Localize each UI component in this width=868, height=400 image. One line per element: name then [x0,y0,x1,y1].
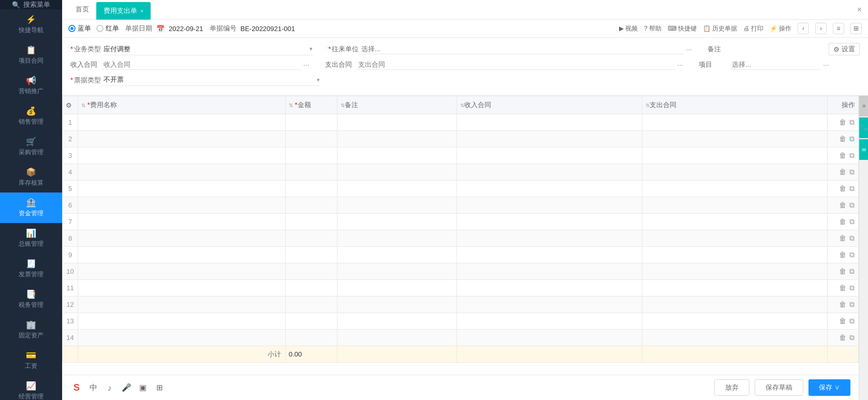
delete-btn[interactable]: 🗑 [837,284,848,292]
radio-blue[interactable]: 蓝单 [68,24,91,33]
income-contract-input[interactable] [101,60,301,70]
copy-btn[interactable]: ⧉ [848,317,856,325]
sidebar-item-payroll[interactable]: 💳 工资 [0,345,62,376]
copy-btn[interactable]: ⧉ [848,184,856,192]
copy-btn[interactable]: ⧉ [848,217,856,226]
expense-name-cell[interactable] [78,147,286,164]
view-list-btn[interactable]: ≡ [833,23,844,34]
expense-contract-cell[interactable] [642,263,827,280]
expense-contract-cell[interactable] [642,330,827,346]
side-tab-2[interactable]: 📎 [859,117,868,138]
screen-icon[interactable]: ▣ [137,381,149,394]
delete-btn[interactable]: 🗑 [837,333,848,342]
set-button[interactable]: ⚙ 设置 [829,43,860,55]
expense-contract-cell[interactable] [642,164,827,181]
remark-cell[interactable] [337,147,457,164]
expense-contract-cell[interactable] [642,230,827,247]
tab-expense-close[interactable]: × [140,8,143,14]
view-grid-btn[interactable]: ⊞ [850,23,862,34]
save-button[interactable]: 保存 ∨ [808,379,850,396]
copy-btn[interactable]: ⧉ [848,118,856,126]
action-video[interactable]: ▶ 视频 [619,24,638,33]
income-contract-cell[interactable] [457,214,642,230]
income-contract-cell[interactable] [457,131,642,147]
delete-btn[interactable]: 🗑 [837,135,848,143]
income-contract-cell[interactable] [457,147,642,164]
income-contract-cell[interactable] [457,197,642,214]
delete-btn[interactable]: 🗑 [837,300,848,308]
copy-btn[interactable]: ⧉ [848,333,856,342]
income-contract-cell[interactable] [457,114,642,131]
copy-btn[interactable]: ⧉ [848,234,856,242]
remark-cell[interactable] [337,263,457,280]
remark-cell[interactable] [337,230,457,247]
copy-btn[interactable]: ⧉ [848,284,856,292]
delete-btn[interactable]: 🗑 [837,317,848,325]
table-container[interactable]: ⚙ ⇅ *费用名称 ⇅ *金额 [62,96,859,375]
sidebar-item-tax[interactable]: 📑 税务管理 [0,284,62,315]
action-help[interactable]: ? 帮助 [644,24,661,33]
remark-cell[interactable] [337,313,457,330]
expense-name-cell[interactable] [78,164,286,181]
amount-cell[interactable] [285,330,337,346]
delete-btn[interactable]: 🗑 [837,250,848,259]
amount-cell[interactable] [285,181,337,197]
expense-name-cell[interactable] [78,313,286,330]
amount-cell[interactable] [285,131,337,147]
amount-cell[interactable] [285,197,337,214]
expense-name-cell[interactable] [78,263,286,280]
expense-name-cell[interactable] [78,330,286,346]
action-shortcut[interactable]: ⌨ 快捷键 [668,24,697,33]
radio-red[interactable]: 红单 [96,24,119,33]
amount-cell[interactable] [285,114,337,131]
th-amount[interactable]: ⇅ *金额 [285,96,337,114]
expense-contract-cell[interactable] [642,131,827,147]
copy-btn[interactable]: ⧉ [848,300,856,308]
amount-cell[interactable] [285,263,337,280]
delete-btn[interactable]: 🗑 [837,151,848,159]
delete-btn[interactable]: 🗑 [837,168,848,176]
project-input[interactable] [730,60,821,70]
expense-name-cell[interactable] [78,114,286,131]
delete-btn[interactable]: 🗑 [837,201,848,209]
income-contract-cell[interactable] [457,313,642,330]
action-history[interactable]: 📋 历史单据 [703,24,737,33]
sidebar-item-capital[interactable]: 🏦 资金管理 [0,192,62,223]
music-icon[interactable]: ♪ [104,381,116,394]
income-contract-cell[interactable] [457,330,642,346]
action-operate[interactable]: ⚡ 操作 [770,24,791,33]
copy-btn[interactable]: ⧉ [848,151,856,159]
grid-icon[interactable]: ⊞ [153,381,166,394]
expense-name-cell[interactable] [78,214,286,230]
delete-btn[interactable]: 🗑 [837,217,848,226]
income-contract-cell[interactable] [457,164,642,181]
amount-cell[interactable] [285,297,337,313]
copy-btn[interactable]: ⧉ [848,267,856,275]
side-tab-3[interactable]: ✉ [859,139,868,160]
remark-cell[interactable] [337,297,457,313]
sidebar-search[interactable]: 🔍 搜索菜单 [12,0,50,9]
amount-cell[interactable] [285,147,337,164]
delete-btn[interactable]: 🗑 [837,118,848,126]
action-print[interactable]: 🖨 打印 [743,24,763,33]
nav-next-btn[interactable]: › [815,23,827,34]
remark-cell[interactable] [337,214,457,230]
amount-cell[interactable] [285,280,337,297]
expense-contract-cell[interactable] [642,313,827,330]
remark-cell[interactable] [337,164,457,181]
expense-contract-cell[interactable] [642,247,827,263]
sidebar-item-quick-nav[interactable]: ⚡ 快捷导航 [0,9,62,40]
sidebar-item-marketing[interactable]: 📢 营销推广 [0,70,62,101]
income-contract-cell[interactable] [457,297,642,313]
amount-cell[interactable] [285,247,337,263]
delete-btn[interactable]: 🗑 [837,234,848,242]
mic-icon[interactable]: 🎤 [120,381,133,394]
delete-btn[interactable]: 🗑 [837,184,848,192]
expense-contract-cell[interactable] [642,297,827,313]
sidebar-header[interactable]: 🔍 搜索菜单 [0,0,62,9]
expense-name-cell[interactable] [78,197,286,214]
remark-cell[interactable] [337,280,457,297]
amount-cell[interactable] [285,214,337,230]
income-contract-cell[interactable] [457,263,642,280]
amount-cell[interactable] [285,313,337,330]
